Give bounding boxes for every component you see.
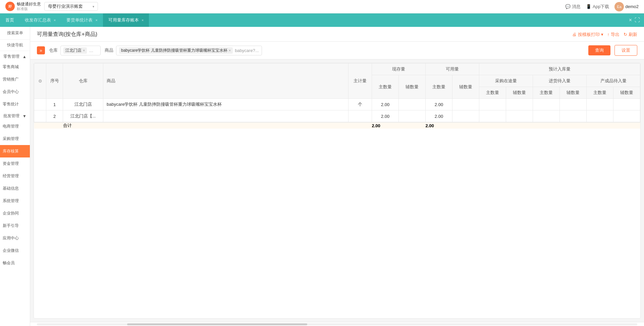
sidebar-item-operation[interactable]: 经营管理 (0, 170, 30, 182)
th-stock-main: 主数量 (372, 75, 399, 99)
tab-receive[interactable]: 收发存汇总表 × (19, 13, 61, 27)
refresh-icon: ↻ (624, 32, 627, 37)
tab-available-stock[interactable]: 可用量库存账本 × (103, 13, 149, 27)
template-print-btn[interactable]: 🖨 按模板打印 ▾ (572, 32, 603, 38)
th-incoming-group: 进货待入量 (533, 75, 587, 87)
summary-available-main: 2.00 (426, 122, 452, 129)
chevron-down-icon: ▾ (93, 5, 94, 8)
warehouse-input[interactable]: 江北门店 × … (60, 46, 101, 55)
sidebar-item-retail-mgmt[interactable]: 零售管理 ▲ (0, 51, 30, 61)
sidebar-item-app-center[interactable]: 应用中心 (0, 232, 30, 244)
export-icon: ↑ (607, 32, 610, 37)
close-all-tabs-btn[interactable]: × (629, 17, 632, 23)
warehouse-filter-group: 仓库 江北门店 × … (49, 46, 101, 55)
app-download-action[interactable]: 📱 App下载 (586, 4, 609, 10)
msg-label: 消息 (572, 4, 581, 10)
top-bar: 好 畅捷通好生意 标准版 母婴行业演示账套 ▾ 💬 消息 📱 App下载 Ea … (0, 0, 644, 13)
main-layout: 搜索菜单 快捷导航 零售管理 ▲ 零售商城 营销推广 会员中心 零售统计 批发管… (0, 27, 644, 326)
th-stock-aux: 辅数量 (399, 75, 426, 99)
sidebar-item-wholesale-mgmt[interactable]: 批发管理 ▼ (0, 110, 30, 120)
chat-icon: 💬 (565, 4, 571, 9)
query-btn[interactable]: 查询 (588, 45, 610, 55)
th-settings[interactable]: ⚙ (34, 63, 46, 99)
sidebar-item-basic-info[interactable]: 基础信息 (0, 182, 30, 195)
th-available-aux: 辅数量 (452, 75, 479, 99)
logo-subtext: 标准版 (17, 6, 41, 11)
summary-label: 合计 (63, 122, 103, 129)
company-select[interactable]: 母婴行业演示账套 ▾ (44, 2, 98, 11)
gear-icon[interactable]: ⚙ (38, 79, 42, 84)
th-product: 商品 (103, 63, 348, 99)
sidebar-item-member2[interactable]: 畅会员 (0, 257, 30, 269)
nav-tabs: 首页 收发存汇总表 × 要货单统计表 × 可用量库存账本 × × ⛶ (0, 13, 644, 27)
tab-available-stock-close[interactable]: × (142, 18, 144, 22)
sidebar-item-ecommerce[interactable]: 电商管理 (0, 120, 30, 133)
th-unit: 主计量 (348, 63, 372, 99)
product-input[interactable]: babycare学饮杯 儿童防摔防撞吸管杯重力球吸嘴杯宝宝水杯 × babyca… (116, 46, 262, 55)
tab-available-stock-label: 可用量库存账本 (108, 17, 139, 23)
warehouse-tag-remove[interactable]: × (83, 48, 85, 52)
table-row: 2 江北门店【... 2.00 2.00 (34, 110, 640, 123)
sidebar-item-marketing[interactable]: 营销推广 (0, 73, 30, 86)
chevron-down-icon: ▼ (22, 114, 26, 119)
th-warehouse: 仓库 (63, 63, 103, 99)
content-area: 可用量查询(按仓库+商品) 🖨 按模板打印 ▾ ↑ 导出 ↻ 刷新 (30, 27, 644, 326)
sidebar-item-inventory[interactable]: 库存核算 (0, 145, 30, 157)
tab-home[interactable]: 首页 (0, 13, 19, 27)
product-tag: babycare学饮杯 儿童防摔防撞吸管杯重力球吸嘴杯宝宝水杯 × (119, 47, 233, 54)
sidebar-item-retail-stats[interactable]: 零售统计 (0, 98, 30, 110)
sidebar-item-purchase[interactable]: 采购管理 (0, 133, 30, 145)
product-label: 商品 (105, 47, 113, 53)
sidebar-item-member[interactable]: 会员中心 (0, 86, 30, 98)
sidebar-search[interactable]: 搜索菜单 (0, 27, 30, 40)
top-bar-right: 💬 消息 📱 App下载 Ea demo2 (565, 2, 639, 11)
msg-action[interactable]: 💬 消息 (565, 4, 581, 10)
company-name: 母婴行业演示账套 (48, 3, 83, 9)
th-available-main: 主数量 (426, 75, 452, 99)
summary-row: 合计 2.00 2.00 (34, 122, 640, 129)
tab-receive-label: 收发存汇总表 (25, 17, 51, 23)
product-tag-remove[interactable]: × (229, 48, 231, 52)
data-table: ⚙ 序号 仓库 商品 主计量 现存量 可用量 预计入库量 主数量 辅数量 主数量 (34, 63, 640, 129)
sidebar-item-finance[interactable]: 资金管理 (0, 157, 30, 170)
bottom-scrollbar[interactable] (30, 322, 644, 326)
user-area[interactable]: Ea demo2 (614, 2, 639, 11)
th-stock-group: 现存量 (372, 63, 426, 75)
scroll-thumb[interactable] (127, 323, 307, 325)
export-btn[interactable]: ↑ 导出 (607, 32, 620, 38)
sidebar-item-retail-shop[interactable]: 零售商城 (0, 61, 30, 73)
scroll-track (37, 323, 637, 325)
avatar: Ea (614, 2, 624, 11)
logo-icon: 好 (5, 2, 15, 11)
expand-tabs-btn[interactable]: ⛶ (635, 17, 640, 23)
th-purchase-group: 采购在途量 (479, 75, 533, 87)
table-row: 1 江北门店 babycare学饮杯 儿童防摔防撞吸管杯重力球吸嘴杯宝宝水杯 个… (34, 99, 640, 110)
refresh-btn[interactable]: ↻ 刷新 (624, 32, 637, 38)
printer-icon: 🖨 (572, 32, 577, 37)
filter-expand-btn[interactable]: » (37, 46, 45, 54)
tab-order-stats-label: 要货单统计表 (66, 17, 93, 23)
settings-btn[interactable]: 设置 (614, 45, 637, 56)
sidebar-item-enterprise[interactable]: 企业协同 (0, 207, 30, 220)
product-more: babycare?... (235, 48, 259, 53)
th-incoming-aux: 辅数量 (560, 87, 587, 99)
sidebar-item-system[interactable]: 系统管理 (0, 195, 30, 207)
warehouse-tag: 江北门店 × (63, 47, 87, 54)
th-available-group: 可用量 (426, 63, 479, 75)
top-bar-left: 好 畅捷通好生意 标准版 母婴行业演示账套 ▾ (5, 2, 98, 11)
sidebar-item-corp-wechat[interactable]: 企业微信 (0, 244, 30, 257)
tab-receive-close[interactable]: × (54, 18, 56, 22)
mobile-icon: 📱 (586, 4, 591, 9)
page-actions: 🖨 按模板打印 ▾ ↑ 导出 ↻ 刷新 (572, 32, 638, 38)
warehouse-more[interactable]: … (89, 48, 93, 53)
th-forecast-group: 预计入库量 (479, 63, 640, 75)
tab-order-stats[interactable]: 要货单统计表 × (61, 13, 103, 27)
sidebar-quick-nav[interactable]: 快捷导航 (0, 40, 30, 51)
tab-order-stats-close[interactable]: × (95, 18, 97, 22)
th-purchase-main: 主数量 (479, 87, 506, 99)
logo-text: 畅捷通好生意 (17, 2, 41, 6)
logo-area: 好 畅捷通好生意 标准版 (5, 2, 41, 11)
sidebar: 搜索菜单 快捷导航 零售管理 ▲ 零售商城 营销推广 会员中心 零售统计 批发管… (0, 27, 30, 326)
table-wrapper: ⚙ 序号 仓库 商品 主计量 现存量 可用量 预计入库量 主数量 辅数量 主数量 (34, 63, 641, 319)
sidebar-item-guide[interactable]: 新手引导 (0, 220, 30, 232)
